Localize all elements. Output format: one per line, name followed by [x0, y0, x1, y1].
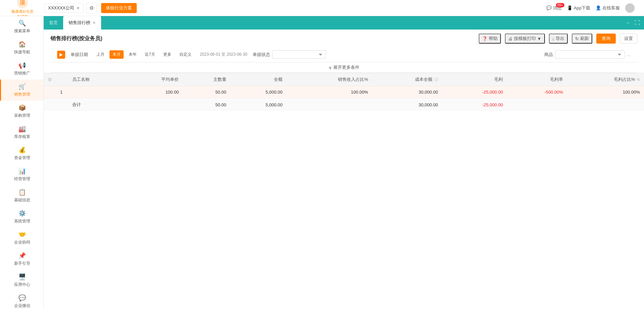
message-button[interactable]: 💬 消息 99+: [546, 5, 562, 11]
row-rank: 1: [56, 86, 68, 98]
sidebar-item-wechat[interactable]: 💬 企业微信: [0, 291, 43, 309]
row-settings-cell: [44, 86, 56, 98]
search-icon: 🔍: [18, 19, 26, 27]
purchase-icon: 📦: [18, 104, 26, 111]
sidebar-item-basic[interactable]: 📋 基础信息: [0, 185, 43, 206]
filter-collapse-button[interactable]: ▶: [57, 51, 65, 59]
gross-pct-icon[interactable]: %: [637, 78, 640, 82]
filter-more-icon[interactable]: ...: [627, 52, 631, 57]
sidebar-item-sales[interactable]: 🛒 销售管理: [0, 80, 43, 101]
sidebar-item-inventory[interactable]: 🏭 库存核算: [0, 122, 43, 143]
company-name: XXXXXX公司: [48, 5, 74, 11]
cooperation-icon: 🤝: [18, 231, 26, 238]
content-area: 首页 销售排行榜 ✕ － ⛶ 销售排行榜(按业务员) ❓ 帮助: [44, 16, 644, 309]
date-last7-btn[interactable]: 近7天: [142, 50, 158, 59]
sidebar-item-system[interactable]: ⚙️ 系统管理: [0, 206, 43, 227]
sidebar-item-purchase[interactable]: 📦 采购管理: [0, 101, 43, 122]
sidebar-item-operation[interactable]: 📊 经营管理: [0, 164, 43, 185]
tab-home-label: 首页: [49, 20, 58, 26]
sidebar-item-cooperation[interactable]: 🤝 企业协同: [0, 227, 43, 249]
refresh-label: 刷新: [580, 36, 589, 42]
help-button[interactable]: ❓ 帮助: [479, 34, 501, 44]
app-download-button[interactable]: 📱 App下载: [567, 5, 590, 11]
col-gross-pct: 毛利占比% %: [567, 73, 644, 86]
logo-icon: 康: [16, 0, 29, 9]
footer-gross-rate: [507, 98, 567, 111]
row-quantity: 50.00: [183, 86, 230, 98]
tab-bar-actions: － ⛶: [624, 18, 644, 28]
col-avg-price: 平均单价: [126, 73, 183, 86]
marketing-icon: 📢: [18, 62, 26, 69]
tab-home[interactable]: 首页: [44, 16, 63, 30]
settings-button[interactable]: 设置: [620, 34, 637, 44]
tab-sales-ranking[interactable]: 销售排行榜 ✕: [63, 16, 101, 30]
company-settings-button[interactable]: ⚙: [86, 3, 97, 13]
date-this-month-btn[interactable]: 本月: [110, 50, 124, 59]
sidebar-label-marketing: 营销推广: [14, 70, 30, 76]
date-this-year-btn[interactable]: 本年: [126, 50, 140, 59]
status-label: 单据状态: [253, 52, 270, 58]
wechat-icon: 💬: [18, 294, 26, 302]
expand-more-label: 展开更多条件: [333, 64, 359, 70]
sidebar: 🔍 搜索菜单 🏠 快捷导航 📢 营销推广 🛒 销售管理 📦 采购管理 🏭 库存核…: [0, 16, 44, 309]
online-service-label: 在线客服: [602, 5, 620, 11]
sidebar-label-finance: 资金管理: [14, 155, 30, 161]
sidebar-item-marketing[interactable]: 📢 营销推广: [0, 58, 43, 80]
sales-icon: 🛒: [18, 83, 26, 90]
filter-row: ▶ 单据日期 上月 本月 本年 近7天 更多 自定义 2023-06-01 至 …: [50, 47, 637, 62]
status-select[interactable]: [272, 50, 326, 59]
sidebar-item-finance[interactable]: 💰 资金管理: [0, 143, 43, 164]
online-service-button[interactable]: 👤 在线客服: [596, 5, 620, 11]
trial-button[interactable]: 体验行业方案: [101, 3, 137, 13]
tab-close-icon[interactable]: ✕: [92, 20, 96, 25]
footer-sales-pct: [287, 98, 372, 111]
row-gross: -25,000.00: [442, 86, 507, 98]
main-layout: 🔍 搜索菜单 🏠 快捷导航 📢 营销推广 🛒 销售管理 📦 采购管理 🏭 库存核…: [0, 16, 644, 309]
footer-gross: -25,000.00: [442, 98, 507, 111]
footer-gross-pct: [567, 98, 644, 111]
help-label: 帮助: [489, 36, 498, 42]
sidebar-item-quick-nav[interactable]: 🏠 快捷导航: [0, 37, 43, 58]
sidebar-label-system: 系统管理: [14, 218, 30, 224]
company-selector[interactable]: XXXXXX公司 ▼: [44, 3, 84, 13]
sidebar-item-appstore[interactable]: 🖥️ 应用中心: [0, 270, 43, 291]
date-more-btn[interactable]: 更多: [160, 50, 174, 59]
column-settings-icon[interactable]: ⚙: [48, 77, 52, 82]
tab-minimize-button[interactable]: －: [624, 18, 632, 28]
row-gross-rate: -500.00%: [507, 86, 567, 98]
date-range-text: 2023-06-01 至 2023-06-30: [200, 52, 247, 57]
system-icon: ⚙️: [18, 210, 26, 217]
sidebar-item-guide[interactable]: 📌 新手引导: [0, 249, 43, 270]
tab-maximize-button[interactable]: ⛶: [633, 18, 641, 27]
avatar[interactable]: [625, 3, 635, 13]
row-sales-pct: 100.00%: [287, 86, 372, 98]
row-amount: 5,000.00: [230, 86, 287, 98]
footer-amount: 5,000.00: [230, 98, 287, 111]
page-header: 销售排行榜(按业务员) ❓ 帮助 🖨 按模板打印 ▼ ↓: [44, 30, 644, 73]
basic-icon: 📋: [18, 189, 26, 196]
query-button[interactable]: 查询: [596, 34, 616, 44]
sidebar-item-search[interactable]: 🔍 搜索菜单: [0, 16, 43, 37]
status-filter: 单据状态: [253, 50, 326, 59]
print-button[interactable]: 🖨 按模板打印 ▼: [505, 34, 545, 44]
goods-input[interactable]: [555, 50, 625, 59]
sidebar-label-sales: 销售管理: [14, 92, 30, 97]
company-dropdown-icon: ▼: [76, 6, 80, 10]
page-title: 销售排行榜(按业务员): [50, 35, 102, 42]
app-download-label: App下载: [574, 5, 590, 11]
refresh-button[interactable]: ↻ 刷新: [572, 34, 592, 44]
date-custom-btn[interactable]: 自定义: [176, 50, 195, 59]
expand-more-button[interactable]: ∨ 展开更多条件: [50, 62, 637, 73]
cost-help-icon[interactable]: ⓘ: [434, 78, 438, 82]
date-last-month-btn[interactable]: 上月: [93, 50, 108, 59]
sidebar-label-appstore: 应用中心: [14, 282, 30, 288]
top-bar: 康 畅康通好生意 标准版 XXXXXX公司 ▼ ⚙ 体验行业方案 💬 消息 99…: [0, 0, 644, 16]
svg-text:康: 康: [19, 0, 26, 6]
operation-icon: 📊: [18, 167, 26, 175]
col-quantity: 主数量: [183, 73, 230, 86]
sidebar-label-basic: 基础信息: [14, 197, 30, 203]
export-label: 导出: [556, 36, 564, 42]
col-rank: [56, 73, 68, 86]
export-button[interactable]: ↓ 导出: [549, 34, 568, 44]
refresh-icon: ↻: [575, 36, 579, 41]
